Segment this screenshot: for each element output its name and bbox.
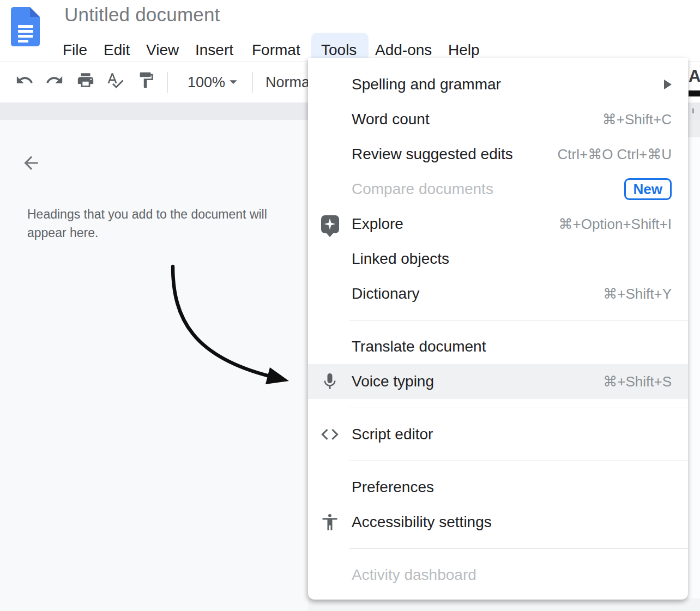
menu-item-label: Dictionary — [352, 285, 419, 303]
menu-item-shortcut: ⌘+Shift+S — [603, 373, 672, 390]
menu-item-shortcut: Ctrl+⌘O Ctrl+⌘U — [558, 146, 672, 163]
menu-item-dictionary[interactable]: Dictionary⌘+Shift+Y — [308, 276, 688, 311]
menu-separator — [349, 548, 688, 549]
print-icon[interactable] — [76, 71, 95, 89]
menu-item-linked-objects[interactable]: Linked objects — [308, 241, 688, 276]
logo-fold — [30, 7, 40, 17]
logo-line — [18, 30, 33, 33]
menu-item-label: Script editor — [352, 426, 433, 443]
menu-item-word-count[interactable]: Word count⌘+Shift+C — [308, 102, 688, 137]
menu-separator — [349, 461, 688, 461]
menubar-item-tools[interactable]: Tools — [321, 40, 357, 60]
menu-item-accessibility-settings[interactable]: Accessibility settings — [308, 505, 688, 540]
chevron-down-icon[interactable] — [225, 73, 242, 90]
logo-line — [18, 40, 28, 43]
zoom-level-value[interactable]: 100% — [188, 74, 225, 91]
menu-item-shortcut: ⌘+Option+Shift+I — [559, 216, 672, 233]
tools-dropdown-menu: Spelling and grammarWord count⌘+Shift+CR… — [308, 58, 688, 600]
menu-item-label: Compare documents — [352, 180, 493, 198]
menu-item-script-editor[interactable]: Script editor — [308, 417, 688, 452]
menu-item-preferences[interactable]: Preferences — [308, 470, 688, 505]
explore-icon — [308, 215, 352, 233]
submenu-arrow-icon — [664, 80, 672, 89]
menu-separator — [349, 320, 688, 320]
new-badge: New — [624, 178, 672, 200]
menu-item-review-suggested-edits[interactable]: Review suggested editsCtrl+⌘O Ctrl+⌘U — [308, 137, 688, 172]
menubar-item-insert[interactable]: Insert — [195, 40, 233, 60]
menu-item-label: Review suggested edits — [352, 146, 513, 163]
text-color-swatch — [689, 90, 700, 96]
menu-item-shortcut: ⌘+Shift+Y — [603, 286, 672, 303]
header: Untitled document FileEditViewInsertForm… — [0, 0, 700, 62]
logo-line — [18, 35, 33, 38]
menu-item-label: Translate document — [352, 338, 486, 355]
menu-item-label: Spelling and grammar — [352, 76, 501, 93]
document-title[interactable]: Untitled document — [64, 4, 220, 26]
menu-item-label: Word count — [352, 111, 430, 128]
menu-item-shortcut: ⌘+Shift+C — [602, 111, 672, 128]
logo-line — [18, 25, 33, 28]
back-arrow-button[interactable] — [21, 153, 41, 173]
menu-item-explore[interactable]: Explore⌘+Option+Shift+I — [308, 207, 688, 241]
toolbar-divider — [252, 72, 253, 93]
outline-hint-text: Headings that you add to the document wi… — [27, 205, 281, 242]
menubar-item-format[interactable]: Format — [252, 40, 300, 60]
menu-item-label: Linked objects — [352, 250, 449, 268]
paint-format-icon[interactable] — [137, 71, 155, 89]
spellcheck-icon[interactable] — [106, 71, 124, 89]
google-docs-window: Untitled document FileEditViewInsertForm… — [0, 0, 700, 611]
google-docs-logo-icon[interactable] — [11, 7, 40, 46]
document-edge-block — [688, 120, 700, 137]
menu-separator — [349, 408, 688, 408]
menu-item-label: Accessibility settings — [352, 513, 492, 531]
redo-icon[interactable] — [45, 71, 64, 89]
menu-item-translate-document[interactable]: Translate document — [308, 329, 688, 364]
canvas-background — [308, 598, 700, 611]
menu-item-voice-typing[interactable]: Voice typing⌘+Shift+S — [308, 364, 688, 399]
ruler-tick — [692, 108, 694, 113]
mic-icon — [308, 372, 352, 391]
menu-item-activity-dashboard: Activity dashboard — [308, 558, 688, 592]
code-icon — [308, 425, 352, 444]
menu-item-label: Activity dashboard — [352, 566, 476, 584]
accessibility-icon — [308, 512, 352, 532]
menubar-item-file[interactable]: File — [63, 40, 87, 60]
menubar-item-add-ons[interactable]: Add-ons — [375, 40, 432, 60]
menu-item-label: Explore — [352, 215, 403, 233]
undo-icon[interactable] — [15, 71, 34, 89]
toolbar-divider — [167, 72, 168, 93]
menubar-item-help[interactable]: Help — [448, 40, 480, 60]
menu-item-label: Voice typing — [352, 373, 434, 390]
menu-item-spelling-and-grammar[interactable]: Spelling and grammar — [308, 67, 688, 102]
menu-item-compare-documents: Compare documentsNew — [308, 172, 688, 207]
menu-item-label: Preferences — [352, 479, 434, 496]
menubar-item-edit[interactable]: Edit — [104, 40, 130, 60]
paragraph-style-value[interactable]: Normal — [265, 74, 313, 91]
text-color-letter: A — [689, 66, 700, 86]
document-outline-panel: Headings that you add to the document wi… — [0, 120, 308, 611]
text-color-button[interactable]: A — [689, 66, 700, 98]
menubar-item-view[interactable]: View — [146, 40, 179, 60]
